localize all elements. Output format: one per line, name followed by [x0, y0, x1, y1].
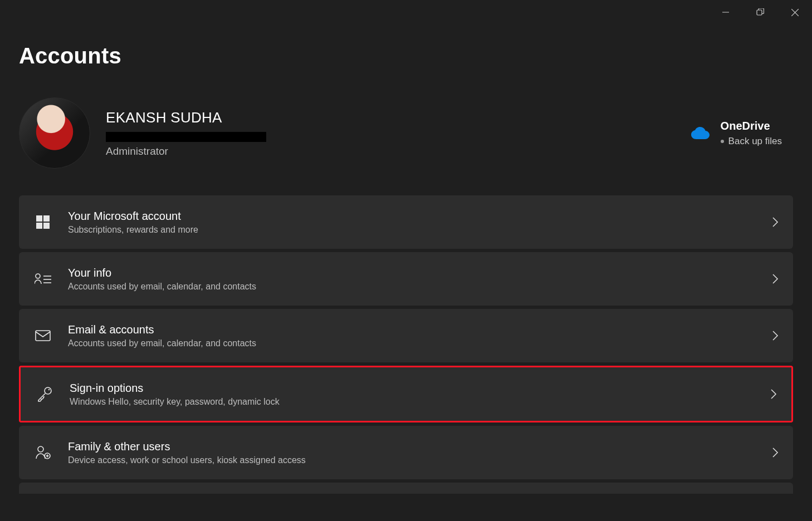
svg-point-14	[48, 389, 50, 390]
close-icon	[791, 9, 799, 16]
row-signin-options[interactable]: Sign-in options Windows Hello, security …	[21, 367, 791, 421]
onedrive-subtitle: Back up files	[721, 136, 782, 147]
chevron-right-icon	[772, 217, 779, 228]
avatar[interactable]	[19, 97, 90, 169]
highlighted-row-container: Sign-in options Windows Hello, security …	[19, 366, 793, 422]
window-titlebar	[708, 0, 812, 24]
settings-list: Your Microsoft account Subscriptions, re…	[19, 195, 793, 494]
row-subtitle: Windows Hello, security key, password, d…	[70, 397, 755, 407]
chevron-right-icon	[772, 330, 779, 341]
svg-rect-12	[36, 331, 50, 341]
user-name: EKANSH SUDHA	[106, 109, 266, 126]
row-microsoft-account[interactable]: Your Microsoft account Subscriptions, re…	[19, 195, 793, 249]
close-button[interactable]	[777, 0, 812, 24]
person-list-icon	[35, 273, 51, 285]
row-subtitle: Accounts used by email, calendar, and co…	[68, 282, 756, 292]
svg-point-13	[45, 387, 51, 394]
maximize-icon	[756, 8, 764, 16]
chevron-right-icon	[770, 389, 777, 400]
onedrive-subtitle-text: Back up files	[728, 136, 782, 146]
envelope-icon	[35, 330, 51, 341]
onedrive-title: OneDrive	[721, 120, 782, 132]
svg-rect-4	[36, 215, 42, 222]
row-title: Your Microsoft account	[68, 210, 756, 223]
chevron-right-icon	[772, 273, 779, 284]
microsoft-icon	[36, 215, 50, 229]
row-your-info[interactable]: Your info Accounts used by email, calend…	[19, 252, 793, 306]
svg-point-8	[36, 274, 40, 278]
row-partial-next[interactable]	[19, 483, 793, 494]
user-role: Administrator	[106, 145, 266, 158]
row-family-other-users[interactable]: Family & other users Device access, work…	[19, 426, 793, 479]
cloud-icon	[691, 127, 710, 139]
minimize-icon	[722, 9, 729, 16]
minimize-button[interactable]	[708, 0, 743, 24]
row-title: Email & accounts	[68, 323, 756, 336]
svg-rect-7	[43, 223, 50, 229]
svg-point-15	[38, 446, 43, 452]
svg-rect-6	[36, 223, 42, 229]
family-icon	[35, 445, 51, 460]
onedrive-card[interactable]: OneDrive Back up files	[691, 120, 782, 147]
maximize-button[interactable]	[743, 0, 777, 24]
chevron-right-icon	[772, 447, 779, 458]
key-icon	[37, 386, 52, 402]
user-email-redacted	[106, 132, 266, 142]
page-title: Accounts	[19, 43, 793, 68]
row-title: Your info	[68, 267, 756, 279]
svg-rect-1	[757, 10, 762, 15]
svg-rect-5	[43, 215, 50, 222]
row-title: Family & other users	[68, 440, 756, 453]
row-subtitle: Device access, work or school users, kio…	[68, 455, 756, 465]
row-subtitle: Subscriptions, rewards and more	[68, 225, 756, 235]
row-email-accounts[interactable]: Email & accounts Accounts used by email,…	[19, 309, 793, 362]
svg-rect-0	[722, 12, 729, 13]
row-subtitle: Accounts used by email, calendar, and co…	[68, 338, 756, 348]
row-title: Sign-in options	[70, 382, 755, 395]
user-header: EKANSH SUDHA Administrator OneDrive Back…	[19, 97, 793, 169]
